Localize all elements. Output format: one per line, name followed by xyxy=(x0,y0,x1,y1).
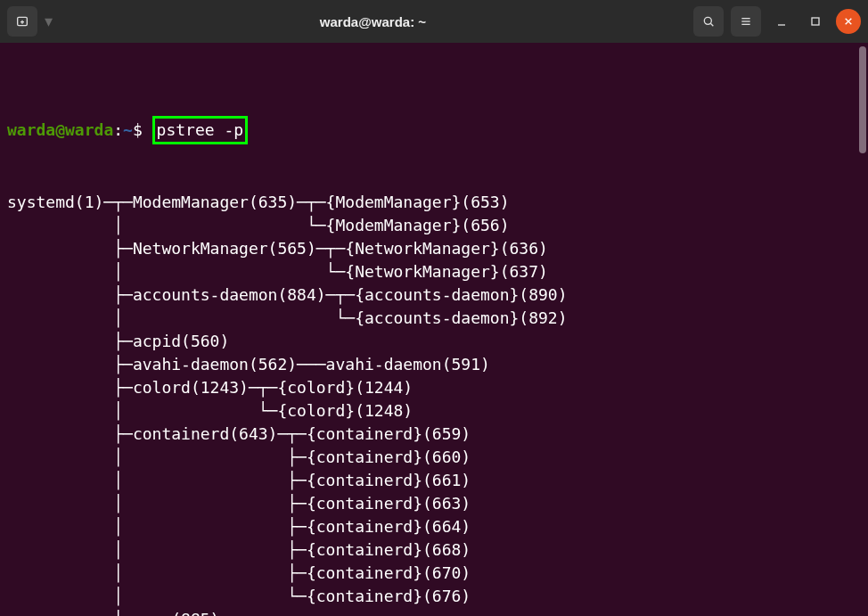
window-title: warda@warda: ~ xyxy=(60,14,686,29)
titlebar-divider: ▾ xyxy=(45,12,53,31)
prompt-line: warda@warda:~$ pstree -p xyxy=(7,116,861,144)
maximize-button[interactable] xyxy=(802,8,829,35)
close-button[interactable] xyxy=(836,9,861,34)
prompt-path: ~ xyxy=(123,120,133,139)
svg-point-3 xyxy=(704,17,711,24)
prompt-user: warda xyxy=(7,120,55,139)
search-button[interactable] xyxy=(693,6,724,37)
svg-line-4 xyxy=(710,23,713,26)
command-text: pstree -p xyxy=(157,120,244,139)
window-titlebar: ▾ warda@warda: ~ xyxy=(0,0,868,43)
terminal-viewport[interactable]: warda@warda:~$ pstree -p systemd(1)─┬─Mo… xyxy=(0,43,868,616)
scrollbar-thumb[interactable] xyxy=(859,46,866,153)
prompt-host: warda xyxy=(65,120,113,139)
new-tab-button[interactable] xyxy=(7,6,37,37)
menu-button[interactable] xyxy=(731,6,761,37)
pstree-output: systemd(1)─┬─ModemManager(635)─┬─{ModemM… xyxy=(7,191,861,616)
command-highlight: pstree -p xyxy=(152,116,249,144)
svg-rect-9 xyxy=(812,18,819,25)
minimize-button[interactable] xyxy=(768,8,795,35)
